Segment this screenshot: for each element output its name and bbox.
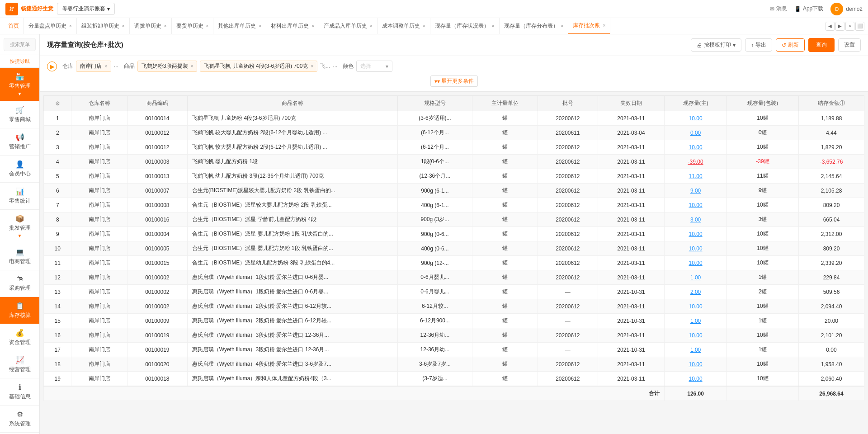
row-qty[interactable]: 10.00 [665, 357, 727, 372]
remove-product2-icon[interactable]: × [311, 64, 313, 69]
row-pkg-qty: 2罐 [726, 285, 798, 299]
product-more[interactable]: 飞... [320, 62, 330, 70]
close-icon[interactable]: × [206, 24, 209, 28]
more-icon[interactable]: ··· [333, 63, 337, 70]
sidebar-item-wholesale[interactable]: 📦 批发管理 ▼ [0, 210, 39, 243]
row-qty[interactable]: 1.00 [665, 343, 727, 357]
nav-prev-icon[interactable]: ◀ [826, 22, 835, 31]
sidebar-item-system[interactable]: ⚙ 系统管理 [0, 406, 39, 433]
row-qty[interactable]: -39.00 [665, 155, 727, 169]
row-qty[interactable]: 10.00 [665, 328, 727, 343]
tab-cost-adj[interactable]: 成本调整单历史 × [377, 18, 430, 34]
refresh-button[interactable]: ↺ 刷新 [776, 38, 805, 52]
chevron-down-icon: ▾▾ [434, 78, 440, 85]
sidebar-item-member[interactable]: 👤 会员中心 [0, 156, 39, 183]
row-pkg-qty: 10罐 [726, 198, 798, 212]
sidebar-item-ecommerce[interactable]: 💻 电商管理 [0, 243, 39, 270]
settings-button[interactable]: 设置 [838, 38, 861, 52]
nav-close-icon[interactable]: × [845, 22, 854, 31]
more-icon[interactable]: ··· [114, 63, 118, 70]
row-unit: 罐 [472, 227, 538, 241]
warehouse-tag[interactable]: 南岸门店 × [76, 61, 111, 72]
close-icon[interactable]: × [561, 24, 564, 28]
row-amount: 2,145.64 [799, 169, 864, 184]
user-area[interactable]: D demo2 [830, 3, 863, 15]
row-pkg-qty: 0罐 [726, 126, 798, 140]
top-bar-right: ✉ 消息 📱 App下载 D demo2 [770, 3, 863, 15]
sidebar-item-marketing[interactable]: 📢 营销推广 [0, 128, 39, 156]
close-icon[interactable]: × [370, 24, 373, 28]
close-icon[interactable]: × [259, 24, 261, 28]
query-button[interactable]: 查询 [808, 38, 835, 52]
row-qty[interactable]: 10.00 [665, 140, 727, 155]
close-icon[interactable]: × [423, 24, 425, 28]
export-button[interactable]: ↑ 导出 [745, 38, 772, 52]
app-download-btn[interactable]: 📱 App下载 [794, 5, 823, 13]
store-selector[interactable]: 母婴行业演示账套 ▾ [57, 3, 115, 15]
message-btn[interactable]: ✉ 消息 [770, 5, 787, 13]
row-qty[interactable]: 10.00 [665, 111, 727, 126]
quick-nav-btn[interactable]: 快捷导航 [0, 55, 39, 68]
sidebar-item-operations[interactable]: 📈 经营管理 [0, 351, 39, 378]
sidebar-item-basic-info[interactable]: ℹ 基础信息 [0, 378, 39, 406]
row-qty[interactable]: 10.00 [665, 372, 727, 387]
row-qty[interactable]: 10.00 [665, 227, 727, 241]
tab-material-out[interactable]: 材料出库单历史 × [266, 18, 319, 34]
row-qty[interactable]: 3.00 [665, 212, 727, 227]
batch-col-header: 批号 [538, 96, 598, 111]
sidebar-item-retail-stats[interactable]: 📊 零售统计 [0, 183, 39, 210]
row-qty[interactable]: 9.00 [665, 184, 727, 198]
tab-product-in[interactable]: 产成品入库单历史 × [319, 18, 377, 34]
remove-product1-icon[interactable]: × [191, 64, 193, 69]
unit-col-header: 主计量单位 [472, 96, 538, 111]
table-row: 10 南岸门店 00100005 合生元（BIOSTIME）派星 婴儿配方奶粉 … [44, 241, 864, 256]
close-icon[interactable]: × [603, 23, 605, 28]
row-qty[interactable]: 10.00 [665, 198, 727, 212]
row-qty[interactable]: 2.00 [665, 285, 727, 299]
row-qty[interactable]: 10.00 [665, 299, 727, 314]
settings-icon[interactable]: ⚙ [55, 100, 60, 107]
row-qty[interactable]: 1.00 [665, 314, 727, 328]
row-qty[interactable]: 1.00 [665, 270, 727, 285]
row-spec: (3-6岁适用)... [397, 111, 472, 126]
tab-zu-zhuang[interactable]: 组装拆卸单历史 × [77, 18, 130, 34]
remove-warehouse-icon[interactable]: × [104, 64, 107, 69]
tab-diao-bo[interactable]: 调拨单历史 × [130, 18, 172, 34]
row-amount: 0.00 [799, 343, 864, 357]
tab-inventory-status[interactable]: 现存量（库存状况表） × [430, 18, 500, 34]
sidebar-item-purchase[interactable]: 🛍 采购管理 [0, 270, 39, 297]
color-select[interactable]: 选择 ▾ [356, 61, 392, 72]
row-qty[interactable]: 10.00 [665, 256, 727, 270]
settings-col-header[interactable]: ⚙ [44, 96, 71, 111]
tab-inventory-dist[interactable]: 现存量（库存分布表） × [500, 18, 569, 34]
row-pkg-qty: 10罐 [726, 227, 798, 241]
row-batch: 20200612 [538, 140, 598, 155]
row-qty[interactable]: 10.00 [665, 241, 727, 256]
row-spec: (12-36个月... [397, 169, 472, 184]
sidebar-item-retail-mall[interactable]: 🛒 零售商城 [0, 101, 39, 128]
print-button[interactable]: 🖨 按模板打印 ▾ [691, 38, 741, 52]
close-icon[interactable]: × [69, 24, 72, 28]
product-tag-2[interactable]: 飞鹤星飞帆 儿童奶粉 4段(3-6岁适用) 700克 × [200, 61, 317, 72]
tab-batch-account[interactable]: 库存批次账 × [568, 18, 610, 34]
filter-expand-toggle[interactable]: ▶ [47, 61, 57, 71]
nav-expand-icon[interactable]: ⬜ [855, 22, 864, 31]
sidebar-item-retail-mgmt[interactable]: 🏪 零售管理 ▼ [0, 68, 39, 101]
sidebar-item-finance[interactable]: 💰 资金管理 [0, 324, 39, 351]
expand-conditions-btn[interactable]: ▾▾ 展开更多条件 [430, 75, 478, 87]
search-menu-btn[interactable]: 搜索菜单 [4, 38, 36, 51]
close-icon[interactable]: × [164, 24, 167, 28]
tab-other-out[interactable]: 其他出库单历史 × [213, 18, 266, 34]
sidebar-item-inventory[interactable]: 📋 库存核算 [0, 297, 39, 324]
tab-home[interactable]: 首页 [4, 18, 24, 34]
tab-fen-liang[interactable]: 分量盘点单历史 × [24, 18, 77, 34]
close-icon[interactable]: × [492, 24, 495, 28]
row-qty[interactable]: 0.00 [665, 126, 727, 140]
tab-yao-huo[interactable]: 要货单历史 × [172, 18, 214, 34]
close-icon[interactable]: × [122, 24, 125, 28]
product-tag-1[interactable]: 飞鹤奶粉3段两提装 × [137, 61, 198, 72]
row-expire: 2021-03-11 [598, 140, 664, 155]
nav-next-icon[interactable]: ▶ [835, 22, 844, 31]
close-icon[interactable]: × [311, 24, 314, 28]
row-qty[interactable]: 11.00 [665, 169, 727, 184]
